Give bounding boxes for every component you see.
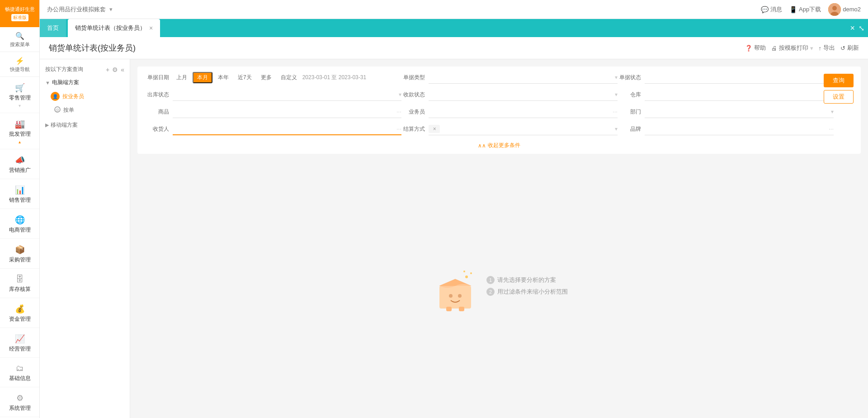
system-label: 系统管理 <box>9 404 31 412</box>
system-icon: ⚙ <box>16 393 24 403</box>
tab-home-label: 首页 <box>47 24 59 32</box>
date-last7-btn[interactable]: 近7天 <box>234 73 255 82</box>
help-btn[interactable]: ❓ 帮助 <box>745 44 766 52</box>
search-icon: 🔍 <box>15 32 24 40</box>
sidebar-item-operation[interactable]: 📈 经营管理 <box>0 328 39 358</box>
sidebar-item-sales[interactable]: 📊 销售管理 <box>0 179 39 209</box>
action-buttons: 查询 设置 <box>824 74 854 104</box>
scheme-item-by-salesperson[interactable]: 👤 按业务员 <box>43 89 126 104</box>
export-btn[interactable]: ↑ 导出 <box>819 44 835 52</box>
finance-icon: 💰 <box>15 304 25 314</box>
export-label: 导出 <box>823 44 835 52</box>
main-area: 办公用品行业模拟账套 ▾ 💬 消息 📱 App下载 demo2 首页 <box>40 0 868 418</box>
settings-btn[interactable]: 设置 <box>824 90 854 104</box>
dept-select[interactable]: ▾ <box>645 105 834 118</box>
tab-sales-stats[interactable]: 销货单统计表（按业务员） × <box>68 19 160 37</box>
sidebar-item-marketing[interactable]: 📣 营销推广 <box>0 149 39 179</box>
left-panel-header-actions: + ⚙ « <box>106 66 124 73</box>
left-panel-title: 按以下方案查询 <box>45 66 83 73</box>
tab-sales-stats-label: 销货单统计表（按业务员） <box>75 24 146 32</box>
tab-close-window-btn[interactable]: × <box>850 24 855 33</box>
topbar-right: 💬 消息 📱 App下载 demo2 <box>761 3 861 16</box>
sidebar-item-purchase[interactable]: 📦 采购管理 <box>0 239 39 269</box>
date-this-month-btn[interactable]: 本月 <box>193 72 212 83</box>
date-label: 单据日期 <box>142 74 173 81</box>
scheme-sub-by-order[interactable]: 仪 按单 <box>43 104 126 117</box>
sales-label: 销售管理 <box>9 196 31 204</box>
retail-icon: 🛒 <box>15 83 25 93</box>
tab-close-icon[interactable]: × <box>149 25 153 31</box>
settings-scheme-icon[interactable]: ⚙ <box>112 66 118 73</box>
pc-scheme-group-label[interactable]: ▼ 电脑端方案 <box>43 76 126 89</box>
out-status-select[interactable]: ▾ <box>173 88 401 101</box>
quick-nav-icon: ⚡ <box>15 57 24 65</box>
tabbar-actions: × ⤡ <box>850 24 868 33</box>
date-last-month-btn[interactable]: 上月 <box>173 73 191 82</box>
user-name: demo2 <box>843 6 861 13</box>
hint-2-number: 2 <box>486 288 495 296</box>
date-custom-btn[interactable]: 自定义 <box>277 73 301 82</box>
tab-home[interactable]: 首页 <box>40 19 66 37</box>
app-download-btn[interactable]: 📱 App下载 <box>789 5 821 14</box>
app-icon: 📱 <box>789 6 797 13</box>
dept-arrow: ▾ <box>831 109 834 115</box>
collapse-btn[interactable]: ∧∧ 收起更多条件 <box>478 142 520 149</box>
doc-status-label: 单据状态 <box>618 74 645 81</box>
consignee-input[interactable]: ··· <box>173 123 401 135</box>
doc-type-select[interactable]: ▾ <box>429 71 618 84</box>
query-btn[interactable]: 查询 <box>824 74 854 87</box>
hint-2-text: 用过滤条件来缩小分析范围 <box>497 288 568 296</box>
payment-clear-btn[interactable]: × <box>432 126 437 132</box>
content-area: 销货单统计表(按业务员) ❓ 帮助 🖨 按模板打印 ▾ ↑ 导出 ↺ 刷新 <box>40 37 868 418</box>
print-btn[interactable]: 🖨 按模板打印 ▾ <box>771 44 813 52</box>
app-logo: 畅捷通好生意 标准版 <box>0 0 39 27</box>
receipt-status-select[interactable]: ▾ <box>429 88 618 101</box>
sidebar-item-ecommerce[interactable]: 🌐 电商管理 <box>0 209 39 239</box>
message-btn[interactable]: 💬 消息 <box>761 5 782 14</box>
collapse-panel-icon[interactable]: « <box>121 66 124 73</box>
purchase-icon: 📦 <box>15 245 25 255</box>
operation-icon: 📈 <box>15 334 25 344</box>
sidebar-item-base[interactable]: 🗂 基础信息 <box>0 358 39 387</box>
sidebar-item-search[interactable]: 🔍 搜索菜单 <box>0 27 39 52</box>
tab-expand-btn[interactable]: ⤡ <box>859 24 864 33</box>
date-more-btn[interactable]: 更多 <box>257 73 275 82</box>
add-scheme-icon[interactable]: + <box>106 66 109 73</box>
topbar: 办公用品行业模拟账套 ▾ 💬 消息 📱 App下载 demo2 <box>40 0 868 19</box>
page-header: 销货单统计表(按业务员) ❓ 帮助 🖨 按模板打印 ▾ ↑ 导出 ↺ 刷新 <box>40 37 868 59</box>
base-icon: 🗂 <box>16 364 24 373</box>
sidebar-item-retail[interactable]: 🛒 零售管理 ▾ <box>0 77 39 113</box>
warehouse-select[interactable]: ··· <box>645 88 834 101</box>
pc-group-name: 电脑端方案 <box>52 79 79 86</box>
salesperson-select[interactable]: ··· <box>429 105 618 118</box>
sidebar-item-inventory[interactable]: 🗄 库存核算 <box>0 269 39 298</box>
finance-label: 资金管理 <box>9 315 31 323</box>
payment-clear-tag[interactable]: × <box>429 125 440 133</box>
payment-select[interactable]: × ▾ <box>429 123 618 135</box>
sidebar-item-wholesale[interactable]: 🏭 批发管理 ▴ <box>0 113 39 149</box>
module-dropdown-icon[interactable]: ▾ <box>109 6 113 13</box>
product-select[interactable]: ··· <box>173 105 401 118</box>
brand-select[interactable]: ··· <box>645 123 834 135</box>
print-dropdown-icon[interactable]: ▾ <box>810 45 813 52</box>
svg-point-7 <box>470 272 472 274</box>
retail-arrow: ▾ <box>19 103 21 108</box>
user-menu[interactable]: demo2 <box>828 3 861 16</box>
right-panel: 单据日期 上月 本月 本年 近7天 更多 自定义 2023-03-01 至 20… <box>130 59 868 418</box>
current-module-label: 办公用品行业模拟账套 <box>47 5 106 14</box>
help-icon: ❓ <box>745 45 752 52</box>
mobile-scheme-group-label[interactable]: ▶ 移动端方案 <box>43 119 126 132</box>
sidebar-item-finance[interactable]: 💰 资金管理 <box>0 298 39 328</box>
sidebar-item-system[interactable]: ⚙ 系统管理 <box>0 387 39 417</box>
svg-point-10 <box>458 294 462 298</box>
receipt-status-label: 收款状态 <box>401 91 429 99</box>
date-this-year-btn[interactable]: 本年 <box>214 73 232 82</box>
sub-icon: 仪 <box>54 106 61 114</box>
left-panel-header: 按以下方案查询 + ⚙ « <box>40 63 130 76</box>
consignee-label: 收货人 <box>142 125 173 133</box>
svg-text:仪: 仪 <box>56 108 59 112</box>
sidebar-item-quick-nav[interactable]: ⚡ 快捷导航 <box>0 52 39 77</box>
svg-point-8 <box>463 271 465 272</box>
refresh-btn[interactable]: ↺ 刷新 <box>840 44 859 52</box>
doc-status-select[interactable]: ▾ <box>645 71 834 84</box>
